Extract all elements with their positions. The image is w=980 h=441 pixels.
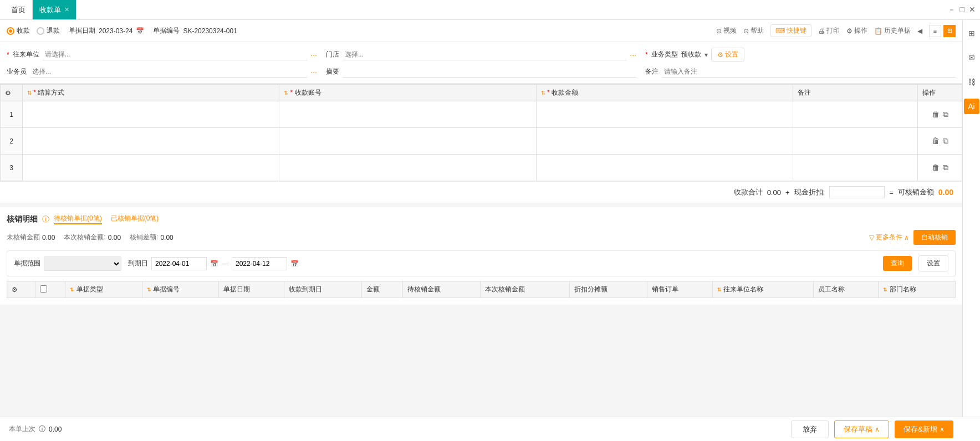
sidebar-link-icon[interactable]: ⛓ (964, 74, 979, 90)
staff-more-btn[interactable]: ··· (310, 68, 317, 76)
available-value: 0.00 (938, 188, 953, 197)
wo-sort-doc-type[interactable]: ⇅ (70, 287, 74, 293)
auto-writeoff-btn[interactable]: 自动核销 (913, 230, 956, 245)
date-field-group: 单据日期 2023-03-24 📅 (69, 26, 144, 35)
radio-refund[interactable]: 退款 (37, 26, 60, 35)
form-settings-btn[interactable]: ⚙ 设置 (711, 48, 744, 61)
abandon-btn[interactable]: 放弃 (791, 421, 829, 438)
tab-close-icon[interactable]: ✕ (64, 6, 69, 13)
table-settings-icon[interactable]: ⚙ (5, 89, 11, 97)
row-1-account[interactable] (279, 101, 536, 128)
wo-sort-doc-no[interactable]: ⇅ (147, 287, 151, 293)
row-2-amount[interactable] (536, 128, 793, 155)
row-2-delete-icon[interactable]: 🗑 (932, 136, 940, 146)
save-new-btn[interactable]: 保存&新增 ∧ (895, 421, 953, 438)
draft-btn[interactable]: 保存草稿 ∧ (834, 421, 889, 438)
row-3-delete-icon[interactable]: 🗑 (932, 163, 940, 172)
minimize-btn[interactable]: － (948, 5, 956, 15)
writeoff-settings-btn[interactable]: 设置 (918, 255, 948, 271)
more-conditions-label: 更多条件 (876, 233, 902, 242)
date-from-calendar-icon[interactable]: 📅 (210, 260, 218, 268)
chevron-up-icon: ∧ (904, 234, 909, 242)
unverified-value: 0.00 (42, 234, 55, 242)
tab-home[interactable]: 首页 (4, 0, 33, 19)
operations-btn[interactable]: ⚙ 操作 (846, 26, 867, 35)
staff-input[interactable] (30, 66, 307, 78)
col-remark-label: 备注 (798, 89, 811, 96)
radio-dot-refund (37, 27, 44, 35)
store-more-btn[interactable]: ··· (630, 50, 636, 59)
wo-sort-dept[interactable]: ⇅ (883, 287, 887, 293)
row-3-amount[interactable] (536, 155, 793, 181)
remarks-input[interactable] (662, 66, 956, 78)
unverified-stat: 未核销金额 0.00 (7, 233, 55, 242)
query-btn[interactable]: 查询 (883, 256, 912, 271)
tab-receipt[interactable]: 收款单 ✕ (33, 0, 76, 19)
sidebar-ai-icon[interactable]: Ai (964, 99, 979, 114)
video-btn[interactable]: ⊙ 视频 (716, 26, 737, 35)
store-field: 门店 ··· (326, 48, 636, 61)
due-date-filter: 到期日 📅 — 📅 (128, 257, 299, 270)
discount-input[interactable] (829, 186, 885, 198)
counterpart-more-btn[interactable]: ··· (310, 50, 317, 59)
row-3-account[interactable] (279, 155, 536, 181)
wo-col-doc-no: ⇅ 单据编号 (142, 281, 218, 298)
counterpart-field: * 往来单位 ··· (7, 48, 317, 61)
list-view-btn[interactable]: ≡ (929, 25, 941, 37)
grid-view-btn[interactable]: ⊞ (943, 25, 956, 37)
row-2-account[interactable] (279, 128, 536, 155)
video-icon: ⊙ (716, 27, 722, 35)
date-from-input[interactable] (151, 257, 207, 270)
row-1-remark[interactable] (793, 101, 917, 128)
sidebar-table-icon[interactable]: ⊞ (964, 25, 979, 41)
table-row: 3 🗑 ⧉ (1, 155, 962, 181)
col-remark: 备注 (793, 85, 917, 101)
row-3-copy-icon[interactable]: ⧉ (943, 163, 948, 172)
sort-icon-3[interactable]: ⇅ (541, 90, 545, 96)
summary-input[interactable] (343, 66, 636, 78)
bottom-info-icon[interactable]: ⓘ (39, 424, 45, 434)
row-3-actions: 🗑 ⧉ (918, 155, 962, 181)
row-2-copy-icon[interactable]: ⧉ (943, 136, 948, 146)
prev-btn[interactable]: ◀ (917, 27, 922, 35)
business-type-field: * 业务类型 预收款 ▾ ⚙ 设置 (645, 48, 956, 61)
done-tab[interactable]: 已核销单据(0笔) (111, 214, 159, 224)
row-1-delete-icon[interactable]: 🗑 (932, 110, 940, 119)
shortcut-btn[interactable]: ⌨ 快捷键 (770, 24, 811, 37)
date-to-calendar-icon[interactable]: 📅 (290, 260, 299, 268)
store-input[interactable] (343, 49, 626, 60)
row-1-settle[interactable] (23, 101, 279, 128)
wo-settings-icon[interactable]: ⚙ (12, 286, 18, 294)
row-1-amount[interactable] (536, 101, 793, 128)
row-1-copy-icon[interactable]: ⧉ (943, 110, 948, 119)
more-conditions-btn[interactable]: ▽ 更多条件 ∧ (869, 233, 909, 242)
sidebar-email-icon[interactable]: ✉ (964, 50, 979, 65)
select-all-checkbox[interactable] (40, 285, 47, 293)
business-type-dropdown-icon[interactable]: ▾ (705, 51, 708, 59)
range-select[interactable] (44, 257, 121, 271)
sort-icon-2[interactable]: ⇅ (284, 90, 288, 96)
wo-col-pending: 待核销金额 (402, 281, 480, 298)
print-btn[interactable]: 🖨 打印 (818, 26, 840, 35)
row-3-settle[interactable] (23, 155, 279, 181)
wo-sort-counterpart[interactable]: ⇅ (717, 287, 722, 293)
counterpart-input[interactable] (43, 49, 308, 60)
available-label: 可核销金额 (898, 187, 934, 197)
radio-group: 收款 退款 (7, 26, 60, 35)
radio-receipt[interactable]: 收款 (7, 26, 30, 35)
help-btn[interactable]: ⊙ 帮助 (743, 26, 764, 35)
row-2-settle[interactable] (23, 128, 279, 155)
history-btn[interactable]: 📋 历史单据 (874, 26, 911, 35)
row-2-remark[interactable] (793, 128, 917, 155)
date-calendar-icon[interactable]: 📅 (136, 27, 144, 35)
writeoff-info-icon[interactable]: ⓘ (42, 214, 49, 224)
pending-tab[interactable]: 待核销单据(0笔) (54, 214, 102, 224)
date-to-input[interactable] (232, 257, 287, 270)
sort-icon[interactable]: ⇅ (27, 90, 32, 96)
row-3-remark[interactable] (793, 155, 917, 181)
diff-stat: 核销差额: 0.00 (130, 233, 173, 242)
row-2-actions: 🗑 ⧉ (918, 128, 962, 155)
maximize-btn[interactable]: □ (960, 5, 964, 15)
counterpart-required: * (7, 51, 9, 59)
close-btn[interactable]: ✕ (969, 5, 976, 15)
